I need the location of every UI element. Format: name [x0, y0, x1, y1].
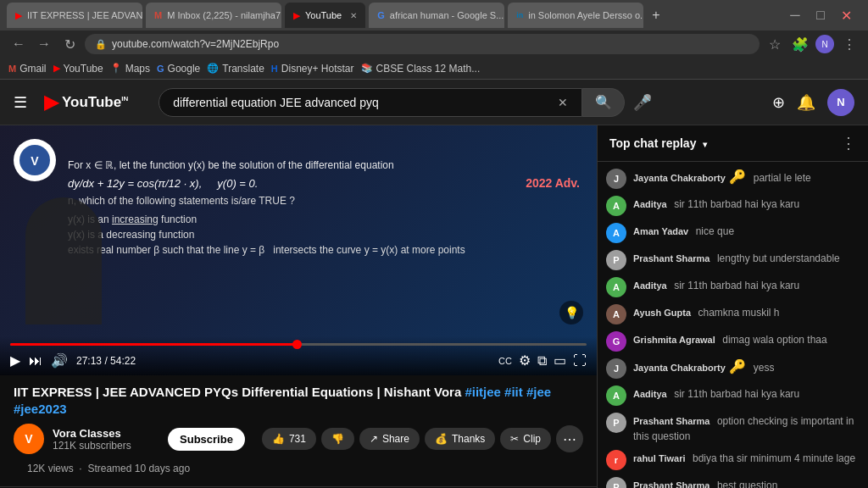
svg-text:V: V [31, 154, 39, 168]
lightbulb-icon: 💡 [559, 301, 583, 324]
chat-author-3: Prashant Sharma [633, 253, 709, 263]
chat-avatar-0: J [606, 169, 626, 189]
subscribe-button[interactable]: Subscribe [168, 428, 245, 451]
next-button[interactable]: ⏭ [29, 353, 42, 369]
chat-author-6: Grishmita Agrawal [633, 335, 715, 345]
video-actions: 👍 731 👎 ↗ Share 💰 Thanks [262, 425, 583, 452]
equation-main: dy/dx + 12y = cos(π/12 · x), y(0) = 0. [68, 176, 580, 190]
chat-message-4: A Aaditya sir 11th barbad hai kya karu [606, 277, 860, 297]
back-button[interactable]: ← [8, 34, 29, 54]
share-icon: ↗ [370, 433, 378, 445]
tab-1[interactable]: ▶ IIT EXPRESS | JEE ADVAN... ✕ [7, 3, 142, 28]
current-time: 27:13 [76, 355, 102, 367]
microphone-icon[interactable]: 🎤 [633, 93, 652, 112]
youtube-search-bar[interactable]: differential equation JEE advanced pyq ✕ [159, 88, 582, 117]
chat-content-8: Aaditya sir 11th barbad hai kya karu [633, 385, 860, 401]
bookmark-star-button[interactable]: ☆ [765, 34, 785, 54]
theater-button[interactable]: ▭ [554, 352, 566, 369]
video-lightbulb[interactable]: 💡 [559, 301, 583, 324]
chat-header: Top chat replay ▾ ⋮ [598, 125, 868, 162]
forward-button[interactable]: → [34, 34, 54, 54]
chat-message-9: P Prashant Sharma option checking is imp… [606, 413, 860, 443]
progress-bar[interactable] [10, 343, 587, 346]
new-tab-button[interactable]: + [647, 8, 665, 23]
bookmark-translate-label: Translate [222, 63, 264, 75]
bookmark-youtube[interactable]: ▶ YouTube [53, 63, 103, 75]
youtube-search-button[interactable]: 🔍 [582, 88, 625, 117]
miniplayer-button[interactable]: ⧉ [537, 353, 547, 369]
tab-4[interactable]: G african human - Google S... ✕ [369, 3, 504, 28]
video-controls: ▶ ⏭ 🔊 27:13 / 54:22 CC ⚙ ⧉ ▭ ⛶ [0, 336, 597, 375]
fullscreen-button[interactable]: ⛶ [573, 353, 587, 369]
channel-row: V Vora Classes 121K subscribers Subscrib… [14, 424, 583, 454]
clip-icon: ✂ [510, 433, 519, 445]
youtube-logo[interactable]: ▶ YouTubeIN [44, 92, 128, 114]
youtube-menu-icon[interactable]: ☰ [14, 93, 27, 112]
chat-text-10: bdiya tha sir minimum 4 minute lage [693, 452, 855, 464]
channel-avatar[interactable]: V [14, 424, 44, 454]
chat-message-3: P Prashant Sharma lengthy but understand… [606, 250, 860, 270]
clip-button[interactable]: ✂ Clip [500, 428, 551, 450]
like-button[interactable]: 👍 731 [262, 428, 316, 450]
chat-text-2: nice que [696, 225, 734, 237]
chat-content-3: Prashant Sharma lengthy but understandab… [633, 250, 860, 265]
search-clear-icon[interactable]: ✕ [558, 96, 568, 109]
notification-icon[interactable]: 🔔 [797, 93, 815, 112]
play-button[interactable]: ▶ [10, 352, 20, 369]
browser-menu-button[interactable]: ⋮ [839, 34, 860, 54]
video-player[interactable]: V For x ∈ ℝ, let the function y(x) be th… [0, 125, 597, 375]
chat-message-2: A Aman Yadav nice que [606, 223, 860, 243]
chat-content-9: Prashant Sharma option checking is impor… [633, 413, 860, 443]
chat-author-7: Jayanta Chakraborty [633, 363, 726, 373]
video-info: IIT EXPRESS | JEE ADVANCED PYQs Differen… [0, 375, 597, 486]
bookmark-youtube-label: YouTube [64, 63, 103, 75]
bookmark-google[interactable]: G Google [157, 63, 200, 75]
minimize-button[interactable]: ─ [785, 5, 805, 25]
clip-label: Clip [523, 433, 541, 445]
chat-content-7: Jayanta Chakraborty 🔑 yess [633, 358, 860, 374]
create-icon[interactable]: ⊕ [772, 93, 785, 112]
option-b: y(x) is a decreasing function [68, 229, 580, 241]
chat-message-6: G Grishmita Agrawal dimag wala option th… [606, 331, 860, 352]
bookmark-maps[interactable]: 📍 Maps [110, 63, 150, 75]
address-bar[interactable]: 🔒 youtube.com/watch?v=2MjN2EbjRpo [85, 34, 760, 54]
tab3-close[interactable]: ✕ [350, 11, 357, 20]
extensions-button[interactable]: 🧩 [790, 34, 810, 54]
share-button[interactable]: ↗ Share [359, 428, 420, 450]
chat-author-2: Aman Yadav [633, 226, 688, 236]
more-actions-button[interactable]: ⋯ [556, 425, 583, 452]
chat-avatar-6: G [606, 331, 626, 352]
chat-more-button[interactable]: ⋮ [841, 134, 856, 152]
dislike-button[interactable]: 👎 [321, 428, 354, 450]
tab4-title: african human - Google S... [390, 10, 504, 20]
bookmark-cbse[interactable]: 📚 CBSE Class 12 Math... [361, 63, 481, 75]
channel-name: Vora Classes [53, 427, 159, 440]
tab-3-active[interactable]: ▶ YouTube ✕ [285, 3, 365, 28]
tab-5[interactable]: in in Solomon Ayele Dersso o... ✕ [508, 3, 643, 28]
youtube-main: V For x ∈ ℝ, let the function y(x) be th… [0, 125, 868, 488]
settings-button[interactable]: ⚙ [519, 352, 531, 369]
maximize-button[interactable]: □ [810, 5, 831, 25]
chat-avatar-7: J [606, 358, 626, 379]
chat-text-8: sir 11th barbad hai kya karu [674, 388, 799, 400]
profile-button[interactable]: N [815, 35, 834, 53]
user-avatar[interactable]: N [827, 89, 854, 116]
bookmark-translate[interactable]: 🌐 Translate [207, 63, 264, 75]
chat-content-6: Grishmita Agrawal dimag wala option thaa [633, 331, 860, 347]
thanks-button[interactable]: 💰 Thanks [425, 428, 495, 450]
close-button[interactable]: ✕ [836, 5, 856, 25]
tab-2[interactable]: M M Inbox (2,225) - nilamjha7... ✕ [146, 3, 281, 28]
chat-avatar-11: P [606, 477, 626, 488]
volume-button[interactable]: 🔊 [51, 352, 68, 369]
cbse-icon: 📚 [361, 63, 373, 74]
bookmark-gmail[interactable]: M Gmail [8, 63, 47, 75]
chat-avatar-8: A [606, 385, 626, 406]
channel-subs: 121K subscribers [53, 440, 159, 452]
subtitle-button[interactable]: CC [498, 356, 512, 366]
refresh-button[interactable]: ↻ [59, 34, 80, 54]
chat-dropdown-icon[interactable]: ▾ [703, 140, 707, 149]
video-section: V For x ∈ ℝ, let the function y(x) be th… [0, 125, 597, 488]
bookmark-hotstar[interactable]: H Disney+ Hotstar [271, 63, 354, 75]
tab4-favicon: G [377, 10, 385, 20]
chat-avatar-5: A [606, 304, 626, 324]
